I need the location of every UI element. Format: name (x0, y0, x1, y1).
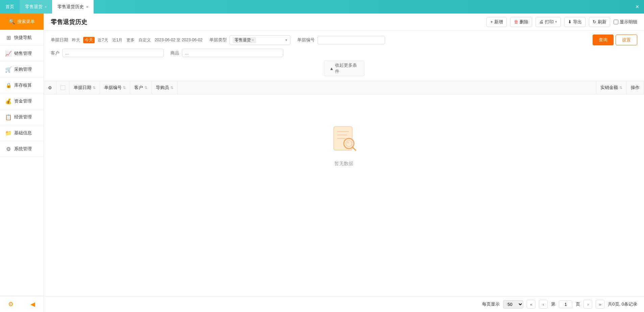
tab-retail-return-history[interactable]: 零售退货历史 × (52, 0, 93, 14)
goods-input[interactable] (182, 49, 283, 57)
collapse-button-label: 收起更多条件 (335, 62, 358, 74)
new-button-label: 新增 (494, 19, 503, 25)
doc-type-tag: 零售退货 × (233, 37, 256, 43)
show-detail-checkbox[interactable] (614, 20, 618, 24)
tab-retail-return-history-close[interactable]: × (86, 5, 88, 9)
doc-type-tag-close[interactable]: × (252, 38, 254, 42)
filter-row-2: 客户 商品 (51, 49, 637, 57)
date-shortcut-custom[interactable]: 自定义 (138, 37, 152, 43)
customer-input[interactable] (62, 49, 164, 57)
retail-return-history-tab-label: 零售退货历史 (57, 4, 84, 10)
customer-sort-icon: ⇅ (144, 86, 147, 90)
th-doc-date-label: 单据日期 (74, 85, 91, 90)
sidebar-item-purchase-mgmt-label: 采购管理 (14, 66, 32, 72)
search-icon: 🔍 (9, 19, 15, 25)
settings-button[interactable]: 设置 (616, 35, 637, 45)
sidebar-item-quick-nav[interactable]: ⊞ 快捷导航 (0, 30, 44, 46)
tab-retail-return-close[interactable]: × (45, 5, 47, 9)
date-filter-label: 单据日期 (51, 37, 68, 43)
date-shortcut-yesterday[interactable]: 昨天 (71, 37, 81, 43)
delete-button-label: 删除 (520, 19, 528, 25)
table-settings-icon[interactable]: ⚙ (48, 85, 52, 90)
th-doc-no[interactable]: 单据编号 ⇅ (100, 81, 130, 94)
date-shortcut-7days[interactable]: 近7天 (97, 37, 109, 43)
table-header-row: ⚙ 单据日期 ⇅ 单据编号 ⇅ (44, 81, 644, 94)
sidebar-settings-button[interactable]: ⚙ (0, 296, 22, 312)
filter-area: 单据日期 昨天 今天 近7天 近1月 更多 自定义 2023-06-02 至 2… (44, 30, 644, 81)
tab-home[interactable]: 首页 (0, 0, 20, 14)
sidebar-search[interactable]: 🔍 搜索菜单 (0, 14, 44, 30)
home-tab-label: 首页 (5, 4, 14, 10)
th-spacer (177, 81, 596, 94)
doc-type-select[interactable]: 零售退货 × ▾ (230, 35, 290, 45)
refresh-button[interactable]: ↻ 刷新 (589, 17, 610, 27)
sidebar-item-system-mgmt-label: 系统管理 (14, 146, 32, 152)
sidebar-item-inventory[interactable]: 🔒 库存核算 (0, 77, 44, 93)
th-settings[interactable]: ⚙ (44, 81, 56, 94)
th-guide[interactable]: 导购员 ⇅ (151, 81, 177, 94)
sidebar-item-purchase-mgmt[interactable]: 🛒 采购管理 (0, 62, 44, 77)
system-mgmt-icon: ⚙ (5, 146, 11, 152)
th-customer[interactable]: 客户 ⇅ (130, 81, 152, 94)
tab-retail-return[interactable]: 零售退货 × (20, 0, 52, 14)
sidebar-item-system-mgmt[interactable]: ⚙ 系统管理 (0, 141, 44, 157)
next-page-button[interactable]: › (583, 300, 592, 309)
delete-button[interactable]: 🗑 删除 (510, 17, 532, 27)
date-shortcut-more[interactable]: 更多 (125, 37, 136, 43)
refresh-icon: ↻ (593, 19, 596, 24)
th-action: 操作 (627, 81, 644, 94)
doc-type-dropdown-icon: ▾ (285, 38, 287, 42)
th-doc-date[interactable]: 单据日期 ⇅ (70, 81, 100, 94)
query-button[interactable]: 查询 (593, 35, 614, 45)
doc-type-label: 单据类型 (209, 37, 227, 43)
sidebar-collapse-button[interactable]: ◀ (22, 296, 44, 312)
sidebar-item-finance[interactable]: 💰 资金管理 (0, 93, 44, 109)
collapse-button[interactable]: ▲ 收起更多条件 (324, 61, 364, 76)
doc-no-input[interactable] (317, 36, 385, 44)
print-button[interactable]: 🖨 打印 ▾ (535, 17, 561, 27)
th-checkbox[interactable] (56, 81, 70, 94)
inventory-icon: 🔒 (5, 82, 11, 88)
prev-page-button[interactable]: ‹ (539, 300, 548, 309)
doc-type-tag-text: 零售退货 (235, 37, 251, 43)
window-close-button[interactable]: × (630, 0, 644, 14)
sidebar-item-sales-mgmt-label: 销售管理 (14, 50, 32, 57)
basic-info-icon: 📁 (5, 130, 11, 136)
main-layout: 🔍 搜索菜单 ⊞ 快捷导航 📈 销售管理 🛒 采购管理 🔒 库存核算 💰 资金管… (0, 14, 644, 312)
export-button[interactable]: ⬇ 导出 (564, 17, 586, 27)
sidebar-item-basic-info[interactable]: 📁 基础信息 (0, 125, 44, 141)
customer-filter-label: 客户 (51, 50, 59, 56)
toolbar: + 新增 🗑 删除 🖨 打印 ▾ ⬇ 导出 ↻ 刷新 (486, 17, 637, 27)
sidebar-item-sales-mgmt[interactable]: 📈 销售管理 (0, 46, 44, 62)
tab-bar: 首页 零售退货 × 零售退货历史 × (0, 0, 630, 14)
sidebar-item-operations[interactable]: 📋 经营管理 (0, 109, 44, 125)
per-page-select[interactable]: 50 100 200 (503, 300, 523, 309)
doc-type-filter: 单据类型 零售退货 × ▾ (209, 35, 290, 45)
actual-amount-sort-icon: ⇅ (619, 86, 622, 90)
quick-nav-icon: ⊞ (5, 35, 11, 41)
data-table: ⚙ 单据日期 ⇅ 单据编号 ⇅ (44, 81, 644, 194)
page-label: 第 (551, 301, 555, 307)
page-header: 零售退货历史 + 新增 🗑 删除 🖨 打印 ▾ ⬇ 导出 (44, 14, 644, 30)
content-area: 零售退货历史 + 新增 🗑 删除 🖨 打印 ▾ ⬇ 导出 (44, 14, 644, 312)
delete-icon: 🗑 (514, 19, 518, 24)
page-unit: 页 (576, 301, 580, 307)
date-shortcuts: 昨天 今天 近7天 近1月 更多 自定义 (71, 37, 152, 43)
th-customer-label: 客户 (134, 85, 143, 90)
plus-icon: + (490, 19, 493, 24)
sidebar: 🔍 搜索菜单 ⊞ 快捷导航 📈 销售管理 🛒 采购管理 🔒 库存核算 💰 资金管… (0, 14, 44, 312)
sidebar-item-inventory-label: 库存核算 (14, 82, 32, 88)
date-shortcut-1month[interactable]: 近1月 (111, 37, 124, 43)
date-shortcut-today[interactable]: 今天 (83, 37, 95, 43)
doc-no-filter: 单据编号 (297, 36, 385, 44)
th-actual-amount[interactable]: 实销金额 ⇅ (596, 81, 627, 94)
header-checkbox[interactable] (61, 85, 65, 90)
last-page-button[interactable]: » (596, 300, 604, 309)
page-number-input[interactable] (559, 300, 572, 308)
pagination-bar: 每页显示 50 100 200 « ‹ 第 页 › » 共0页, 0条记录 (44, 296, 644, 312)
first-page-button[interactable]: « (527, 300, 535, 309)
new-button[interactable]: + 新增 (486, 17, 507, 27)
goods-filter-label: 商品 (170, 50, 179, 56)
print-dropdown-arrow-icon: ▾ (555, 20, 557, 24)
sidebar-item-basic-info-label: 基础信息 (14, 130, 32, 136)
